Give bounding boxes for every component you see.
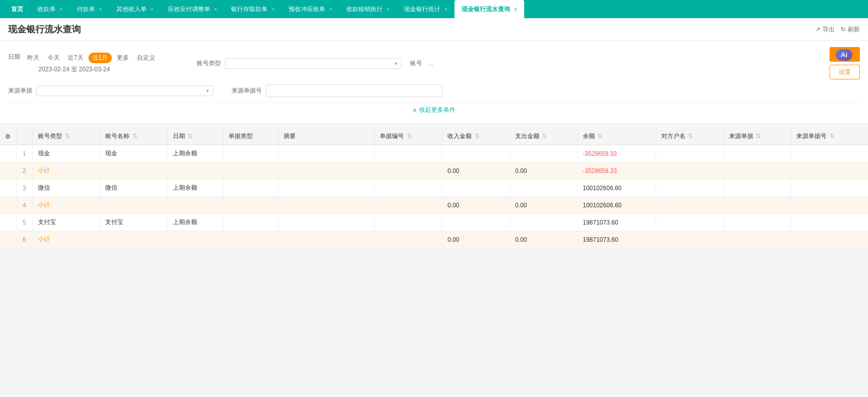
th-rownum xyxy=(16,128,32,145)
th-doc-type: 单据类型 xyxy=(223,128,278,145)
date-options: 昨天 今天 近7天 近1月 更多 自定义 xyxy=(24,53,158,63)
filter-area: 日期 昨天 今天 近7天 近1月 更多 自定义 2023-02-24 至 202… xyxy=(0,41,868,124)
header-actions: ↗ 导出 ↻ 刷新 xyxy=(815,25,860,34)
th-doc-no[interactable]: 单据编号 ⇅ xyxy=(375,128,442,145)
th-balance[interactable]: 余额 ⇅ xyxy=(577,128,656,145)
account-dots-button[interactable]: ... xyxy=(426,58,435,69)
th-expense[interactable]: 支出金额 ⇅ xyxy=(510,128,577,145)
gear-icon[interactable]: ⚙ xyxy=(5,133,11,140)
date-opt-1month[interactable]: 近1月 xyxy=(88,53,112,63)
settings-button[interactable]: 设置 xyxy=(830,65,860,79)
close-payments-icon[interactable]: × xyxy=(99,7,102,12)
close-advance-offset-icon[interactable]: × xyxy=(329,7,332,12)
nav-cash-bank-flow[interactable]: 现金银行流水查询 × xyxy=(454,0,524,18)
table-row[interactable]: 5支付宝支付宝上期余额19871073.60 xyxy=(0,214,868,231)
table-row[interactable]: 2小计0.000.00-3528659.33 xyxy=(0,162,868,180)
date-opt-today[interactable]: 今天 xyxy=(44,53,63,63)
th-counterparty[interactable]: 对方户名 ⇅ xyxy=(656,128,723,145)
close-cash-bank-flow-icon[interactable]: × xyxy=(514,7,517,12)
source-doc-chevron-icon: ▾ xyxy=(206,88,209,94)
table-row[interactable]: 1现金现金上期余额-3528659.33 xyxy=(0,145,868,162)
export-button[interactable]: ↗ 导出 xyxy=(815,25,835,34)
collapse-icon: ∧ xyxy=(413,107,417,114)
account-type-select[interactable]: ▾ xyxy=(225,58,402,69)
close-receipts-icon[interactable]: × xyxy=(60,7,63,12)
nav-bank-deposits[interactable]: 银行存取款单 × xyxy=(224,0,282,18)
nav-home[interactable]: 首页 xyxy=(4,0,30,18)
close-write-off-icon[interactable]: × xyxy=(387,7,390,12)
sort-date-icon: ⇅ xyxy=(188,133,193,140)
date-label: 日期 xyxy=(8,53,20,61)
source-doc-no-input[interactable] xyxy=(266,84,443,97)
nav-receipts[interactable]: 收款单 × xyxy=(30,0,70,18)
th-account-name[interactable]: 账号名称 ⇅ xyxy=(100,128,168,145)
date-opt-custom[interactable]: 自定义 xyxy=(134,53,158,63)
nav-write-off[interactable]: 收款核销执行 × xyxy=(339,0,397,18)
nav-other-income[interactable]: 其他收入单 × xyxy=(109,0,161,18)
sort-income-icon: ⇅ xyxy=(475,133,480,140)
table-row[interactable]: 6小计0.000.0019871073.60 xyxy=(0,231,868,248)
close-bank-deposits-icon[interactable]: × xyxy=(271,7,275,12)
close-ar-ap-adjust-icon[interactable]: × xyxy=(214,7,217,12)
source-doc-select[interactable]: ▾ xyxy=(36,85,213,96)
account-label: 账号 xyxy=(410,59,422,68)
nav-ar-ap-adjust[interactable]: 应收应付调整单 × xyxy=(161,0,224,18)
sort-account-type-icon: ⇅ xyxy=(65,133,70,140)
sort-counterparty-icon: ⇅ xyxy=(688,133,693,140)
th-summary: 摘要 xyxy=(279,128,375,145)
export-icon: ↗ xyxy=(815,26,820,33)
close-cash-bank-stats-icon[interactable]: × xyxy=(444,7,447,12)
source-doc-no-label: 来源单据号 xyxy=(232,86,262,95)
sort-source-doc-no-icon: ⇅ xyxy=(830,133,835,140)
date-opt-yesterday[interactable]: 昨天 xyxy=(24,53,42,63)
table-row[interactable]: 3微信微信上期余额100102606.60 xyxy=(0,180,868,197)
data-table: ⚙ 账号类型 ⇅ 账号名称 ⇅ 日期 ⇅ 单据类型 xyxy=(0,128,868,248)
ai-badge[interactable]: Ai xyxy=(836,49,852,61)
top-nav: 首页 收款单 × 付款单 × 其他收入单 × 应收应付调整单 × 银行存取款单 … xyxy=(0,0,868,18)
date-range: 2023-02-24 至 2023-03-24 xyxy=(38,65,158,74)
th-source-doc-no[interactable]: 来源单据号 ⇅ xyxy=(791,128,868,145)
close-other-income-icon[interactable]: × xyxy=(151,7,154,12)
page-title: 现金银行流水查询 xyxy=(8,23,81,35)
date-filter-group: 日期 昨天 今天 近7天 近1月 更多 自定义 2023-02-24 至 202… xyxy=(8,53,158,74)
th-gear[interactable]: ⚙ xyxy=(0,128,16,145)
sort-balance-icon: ⇅ xyxy=(598,133,603,140)
nav-cash-bank-stats[interactable]: 现金银行统计 × xyxy=(397,0,454,18)
th-income[interactable]: 收入金额 ⇅ xyxy=(442,128,510,145)
date-opt-7days[interactable]: 近7天 xyxy=(65,53,86,63)
filter-row-2: 来源单据 ▾ 来源单据号 xyxy=(8,84,860,97)
table-header-row: ⚙ 账号类型 ⇅ 账号名称 ⇅ 日期 ⇅ 单据类型 xyxy=(0,128,868,145)
nav-advance-offset[interactable]: 预收冲应收单 × xyxy=(282,0,339,18)
date-opt-more[interactable]: 更多 xyxy=(114,53,132,63)
sort-source-doc-icon: ⇅ xyxy=(756,133,761,140)
sort-expense-icon: ⇅ xyxy=(542,133,547,140)
refresh-icon: ↻ xyxy=(841,26,846,33)
table-container: ⚙ 账号类型 ⇅ 账号名称 ⇅ 日期 ⇅ 单据类型 xyxy=(0,128,868,248)
nav-payments[interactable]: 付款单 × xyxy=(70,0,109,18)
th-date[interactable]: 日期 ⇅ xyxy=(168,128,223,145)
sort-doc-no-icon: ⇅ xyxy=(407,133,412,140)
table-body: 1现金现金上期余额-3528659.332小计0.000.00-3528659.… xyxy=(0,145,868,248)
collapse-bar[interactable]: ∧ 收起更多条件 xyxy=(8,102,860,117)
source-doc-label: 来源单据 xyxy=(8,86,32,95)
refresh-button[interactable]: ↻ 刷新 xyxy=(841,25,860,34)
sort-account-name-icon: ⇅ xyxy=(132,133,138,140)
account-type-label: 账号类型 xyxy=(197,59,221,68)
th-account-type[interactable]: 账号类型 ⇅ xyxy=(32,128,100,145)
filter-row-1: 日期 昨天 今天 近7天 近1月 更多 自定义 2023-02-24 至 202… xyxy=(8,47,860,79)
page-header: 现金银行流水查询 ↗ 导出 ↻ 刷新 xyxy=(0,18,868,41)
table-row[interactable]: 4小计0.000.00100102606.60 xyxy=(0,197,868,214)
th-source-doc[interactable]: 来源单据 ⇅ xyxy=(723,128,791,145)
account-type-chevron-icon: ▾ xyxy=(395,61,397,66)
